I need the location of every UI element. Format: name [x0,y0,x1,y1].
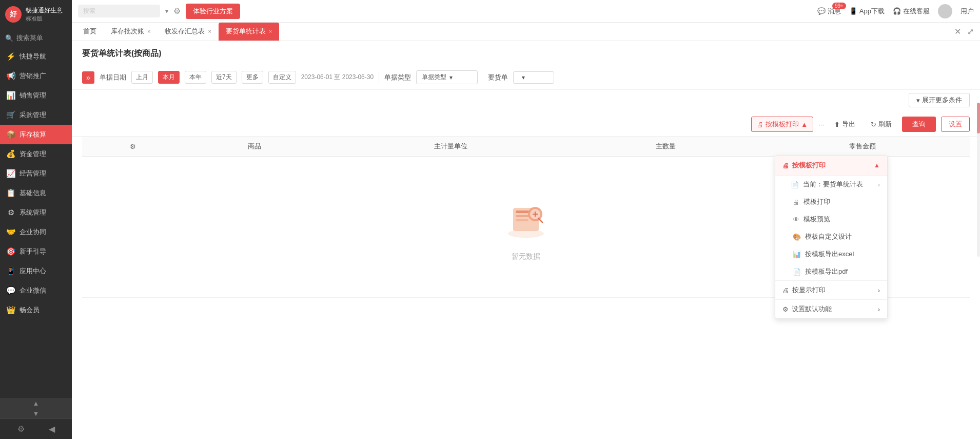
default-setting-arrow: › [878,306,880,313]
sidebar-scroll-down[interactable]: ▼ [0,408,72,418]
topbar-gear-icon[interactable]: ⚙ [173,6,181,16]
svg-rect-4 [516,219,528,221]
print-template-btn[interactable]: 🖨 按模板打印 ▲ [751,117,813,132]
order-status-select[interactable]: ▾ [513,71,554,84]
experience-btn[interactable]: 体验行业方案 [186,4,240,19]
date-btn-more[interactable]: 更多 [242,71,263,84]
topbar-search-box: 搜索 [78,5,160,17]
order-status-dropdown-icon: ▾ [522,74,525,81]
tab-home[interactable]: 首页 [76,23,104,41]
purchase-icon: 🛒 [6,110,15,120]
date-btn-custom[interactable]: 自定义 [268,71,296,84]
messages-btn[interactable]: 💬 消息 99+ [817,7,841,16]
display-print-group[interactable]: 🖨 按显示打印 › [775,280,887,299]
filter-bar: » 单据日期 上月 本月 本年 近7天 更多 自定义 2023-06-01 至 … [72,65,980,90]
user-name: 用户 [961,7,974,16]
sidebar-scroll-up[interactable]: ▲ [0,398,72,408]
operations-icon: 📈 [6,169,15,178]
marketing-icon: 📢 [6,71,15,81]
refresh-btn[interactable]: ↻ 刷新 [866,117,897,131]
table-settings-icon[interactable]: ⚙ [130,143,136,150]
online-service-btn[interactable]: 🎧 在线客服 [893,7,930,16]
doc-type-select[interactable]: 单据类型 ▾ [416,70,478,84]
display-print-arrow: › [878,287,880,294]
doc-type-label: 单据类型 [384,73,411,82]
dropdown-close-arrow[interactable]: ▲ [874,162,880,169]
sidebar-item-purchase[interactable]: 🛒 采购管理 [0,105,72,125]
table-col-retail-amount: 零售金额 [755,137,970,157]
template-design-icon: 🎨 [793,233,801,241]
tab-close-order-stats[interactable]: × [269,28,272,34]
message-icon: 💬 [817,7,826,15]
query-btn[interactable]: 查询 [902,117,936,132]
display-print-icon: 🖨 [782,287,789,294]
search-icon: 🔍 [5,34,13,42]
default-setting-group[interactable]: ⚙ 设置默认功能 › [775,299,887,318]
sidebar-item-app-center[interactable]: 📱 应用中心 [0,261,72,281]
date-btn-this-month[interactable]: 本月 [158,71,180,84]
date-label: 单据日期 [100,73,126,82]
sidebar-item-marketing[interactable]: 📢 营销推广 [0,66,72,86]
enterprise-icon: 🤝 [6,227,15,237]
sidebar-collapse-icon[interactable]: ◀ [49,424,55,434]
table-col-product: 商品 [184,137,325,157]
current-template-arrow: › [878,181,880,188]
sidebar-item-enterprise[interactable]: 🤝 企业协同 [0,222,72,242]
sidebar-item-enterprise-wechat[interactable]: 💬 企业微信 [0,281,72,300]
sidebar-settings-icon[interactable]: ⚙ [17,424,25,434]
date-btn-this-year[interactable]: 本年 [185,71,206,84]
sidebar-item-sales[interactable]: 📊 销售管理 [0,86,72,105]
scrollbar-y[interactable] [977,103,980,257]
sidebar-logo: 好 畅捷通好生意 标准版 [0,0,72,29]
doc-type-placeholder: 单据类型 [422,73,446,82]
dropdown-item-template-print[interactable]: 🖨 模板打印 [775,193,887,211]
sidebar-footer: ⚙ ◀ [0,418,72,439]
sidebar-item-new-guide[interactable]: 🎯 新手引导 [0,242,72,261]
current-template-item[interactable]: 📄 当前：要货单统计表 › [775,176,887,193]
export-btn[interactable]: ⬆ 导出 [829,117,860,131]
table-col-settings[interactable]: ⚙ [82,137,184,157]
new-guide-icon: 🎯 [6,247,15,256]
app-download-icon: 📱 [849,7,857,15]
app-download-btn[interactable]: 📱 App下载 [849,7,885,16]
print-dropdown: 🖨 按模板打印 ▲ 📄 当前：要货单统计表 › 🖨 模板打印 👁 模板预览 🎨 [775,155,888,319]
sidebar-search-btn[interactable]: 🔍 搜索菜单 [0,29,72,47]
dropdown-item-template-preview[interactable]: 👁 模板预览 [775,211,887,228]
logo-text: 畅捷通好生意 标准版 [26,7,63,22]
settings-btn[interactable]: 设置 [941,117,970,132]
user-avatar[interactable] [938,4,952,18]
order-status-label: 要货单 [488,73,508,82]
tab-receipt-summary[interactable]: 收发存汇总表 × [158,23,218,41]
sidebar-item-inventory[interactable]: 📦 库存核算 [0,125,72,144]
close-all-tabs-btn[interactable]: ✕ [952,25,963,39]
sidebar-item-member[interactable]: 👑 畅会员 [0,300,72,320]
enterprise-wechat-icon: 💬 [6,286,15,295]
finance-icon: 💰 [6,149,15,159]
online-service-icon: 🎧 [893,7,901,15]
dropdown-item-export-pdf[interactable]: 📄 按模板导出pdf [775,263,887,280]
filter-separator [379,72,379,83]
topbar-dropdown-icon[interactable]: ▾ [165,8,168,15]
dropdown-item-export-excel[interactable]: 📊 按模板导出excel [775,245,887,263]
dropdown-item-template-design[interactable]: 🎨 模板自定义设计 [775,228,887,245]
tabs-bar: 首页 库存批次账 × 收发存汇总表 × 要货单统计表 × ✕ ⤢ [72,23,980,41]
member-icon: 👑 [6,306,15,315]
tab-close-receipt-summary[interactable]: × [208,28,211,34]
sidebar-item-basic-info[interactable]: 📋 基础信息 [0,183,72,203]
dropdown-title: 按模板打印 [792,161,826,170]
sidebar-item-quick-nav[interactable]: ⚡ 快捷导航 [0,47,72,66]
expand-more-btn[interactable]: ▾ 展开更多条件 [909,93,970,107]
tab-close-inventory-batch[interactable]: × [147,28,150,34]
tab-inventory-batch[interactable]: 库存批次账 × [104,23,158,41]
print-dropdown-arrow-up: ▲ [801,121,808,128]
toolbar-more-btn[interactable]: ··· [818,121,824,128]
date-btn-last-month[interactable]: 上月 [131,71,153,84]
sidebar-item-operations[interactable]: 📈 经营管理 [0,164,72,183]
date-btn-last-7-days[interactable]: 近7天 [211,71,237,84]
filter-expand-btn[interactable]: » [82,71,94,84]
tab-order-stats[interactable]: 要货单统计表 × [219,23,279,41]
tabs-extra: ✕ ⤢ [952,23,976,41]
sidebar-item-finance[interactable]: 💰 资金管理 [0,144,72,164]
maximize-btn[interactable]: ⤢ [965,25,976,39]
sidebar-item-system[interactable]: ⚙ 系统管理 [0,203,72,222]
